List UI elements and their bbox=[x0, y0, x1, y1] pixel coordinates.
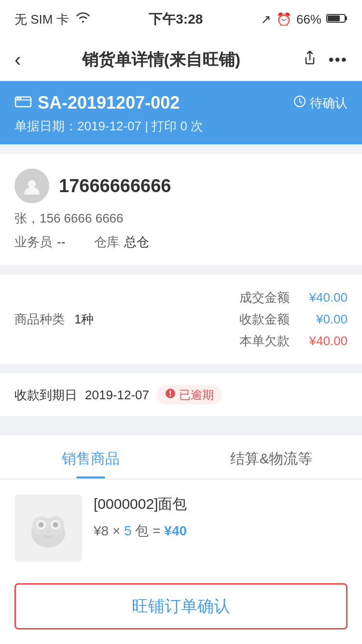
product-total: ¥40 bbox=[164, 523, 187, 538]
salesperson-value: -- bbox=[57, 235, 65, 250]
svg-point-5 bbox=[19, 98, 21, 99]
divider-3 bbox=[0, 416, 362, 426]
unit-price: ¥8 bbox=[94, 523, 109, 538]
battery-icon bbox=[326, 12, 348, 27]
order-status: 待确认 bbox=[293, 95, 348, 112]
carrier-text: 无 SIM 卡 bbox=[14, 11, 69, 28]
overdue-text: 已逾期 bbox=[179, 387, 214, 403]
svg-rect-1 bbox=[345, 16, 347, 20]
equals-sign: = bbox=[153, 523, 160, 538]
svg-point-18 bbox=[54, 523, 57, 526]
warehouse-label: 仓库 bbox=[94, 234, 119, 251]
product-name: [0000002]面包 bbox=[94, 494, 348, 514]
overdue-icon bbox=[165, 388, 176, 402]
svg-rect-2 bbox=[328, 15, 340, 21]
wifi-icon bbox=[75, 12, 91, 27]
multiply-sign: × bbox=[112, 523, 120, 538]
nav-bar: ‹ 销货单详情(来自旺铺) ••• bbox=[0, 39, 362, 81]
received-value: ¥0.00 bbox=[299, 312, 348, 327]
product-unit: 包 bbox=[135, 523, 149, 538]
warehouse-value: 总仓 bbox=[124, 234, 149, 251]
order-banner: SA-20191207-002 待确认 单据日期：2019-12-07 | 打印… bbox=[0, 81, 362, 144]
product-info: [0000002]面包 ¥8 × 5 包 = ¥40 bbox=[94, 494, 348, 540]
customer-phone: 17666666666 bbox=[59, 176, 171, 196]
transaction-value: ¥40.00 bbox=[299, 290, 348, 305]
order-icon bbox=[14, 93, 32, 113]
owed-label: 本单欠款 bbox=[239, 333, 290, 350]
svg-point-17 bbox=[40, 523, 42, 526]
summary-card: 商品种类 1种 成交金额 ¥40.00 收款金额 ¥0.00 本单欠款 ¥40.… bbox=[0, 275, 362, 364]
confirm-button[interactable]: 旺铺订单确认 bbox=[14, 583, 348, 630]
received-label: 收款金额 bbox=[239, 311, 290, 328]
svg-point-9 bbox=[170, 395, 171, 396]
svg-point-7 bbox=[28, 180, 36, 188]
divider-2 bbox=[0, 364, 362, 374]
battery-text: 66% bbox=[296, 12, 321, 27]
alarm-icon: ⏰ bbox=[276, 12, 292, 27]
product-price: ¥8 × 5 包 = ¥40 bbox=[94, 522, 348, 540]
back-button[interactable]: ‹ bbox=[14, 49, 21, 70]
divider-1 bbox=[0, 265, 362, 275]
order-date: 单据日期：2019-12-07 | 打印 0 次 bbox=[14, 118, 348, 135]
status-bar: 无 SIM 卡 下午3:28 ↗ ⏰ 66% bbox=[0, 0, 362, 39]
tab-sales-products[interactable]: 销售商品 bbox=[0, 435, 181, 478]
avatar bbox=[14, 168, 49, 203]
owed-value: ¥40.00 bbox=[299, 334, 348, 349]
tabs: 销售商品 结算&物流等 bbox=[0, 435, 362, 479]
order-id: SA-20191207-002 bbox=[14, 93, 180, 113]
location-icon: ↗ bbox=[261, 12, 271, 27]
page-title: 销货单详情(来自旺铺) bbox=[82, 49, 241, 71]
product-card: [0000002]面包 ¥8 × 5 包 = ¥40 bbox=[0, 480, 362, 576]
status-right: ↗ ⏰ 66% bbox=[261, 12, 348, 27]
customer-card: 17666666666 张，156 6666 6666 业务员 -- 仓库 总仓 bbox=[0, 154, 362, 265]
tab-settlement[interactable]: 结算&物流等 bbox=[181, 435, 362, 478]
product-qty: 5 bbox=[124, 523, 132, 538]
product-image bbox=[14, 494, 82, 562]
due-date-card: 收款到期日 2019-12-07 已逾期 bbox=[0, 374, 362, 416]
status-left: 无 SIM 卡 bbox=[14, 11, 91, 28]
customer-meta: 业务员 -- 仓库 总仓 bbox=[14, 234, 348, 251]
overdue-badge: 已逾期 bbox=[157, 385, 222, 405]
due-label: 收款到期日 bbox=[14, 387, 77, 404]
clock-icon bbox=[293, 95, 306, 111]
share-icon[interactable] bbox=[301, 49, 319, 70]
customer-name: 张，156 6666 6666 bbox=[14, 210, 348, 227]
nav-actions: ••• bbox=[301, 49, 348, 70]
more-icon[interactable]: ••• bbox=[328, 51, 348, 69]
status-time: 下午3:28 bbox=[149, 10, 203, 28]
product-type-value: 1种 bbox=[74, 311, 94, 328]
bottom-bar: 旺铺订单确认 bbox=[0, 574, 362, 644]
due-date: 2019-12-07 bbox=[85, 388, 149, 403]
salesperson-label: 业务员 bbox=[14, 234, 52, 251]
product-type-label: 商品种类 bbox=[14, 311, 65, 328]
transaction-label: 成交金额 bbox=[239, 289, 290, 306]
svg-point-4 bbox=[17, 98, 19, 99]
